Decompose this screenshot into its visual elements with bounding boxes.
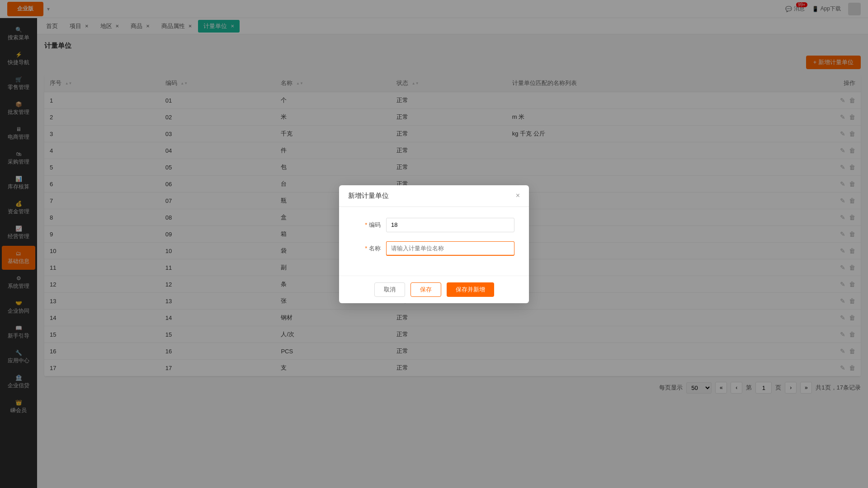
add-unit-modal: 新增计量单位 × 编码 名称 取消 保存 保存并新增 bbox=[339, 185, 529, 303]
code-row: 编码 bbox=[354, 218, 514, 232]
name-input[interactable] bbox=[386, 241, 514, 256]
name-label: 名称 bbox=[354, 244, 381, 253]
save-button[interactable]: 保存 bbox=[410, 282, 441, 297]
cancel-button[interactable]: 取消 bbox=[374, 282, 405, 297]
modal-header: 新增计量单位 × bbox=[339, 185, 529, 207]
code-input[interactable] bbox=[386, 218, 514, 232]
modal-overlay: 新增计量单位 × 编码 名称 取消 保存 保存并新增 bbox=[0, 0, 868, 488]
modal-body: 编码 名称 bbox=[339, 207, 529, 276]
modal-close-button[interactable]: × bbox=[516, 192, 520, 200]
modal-title: 新增计量单位 bbox=[348, 192, 389, 200]
modal-footer: 取消 保存 保存并新增 bbox=[339, 276, 529, 303]
save-new-button[interactable]: 保存并新增 bbox=[447, 282, 494, 297]
code-label: 编码 bbox=[354, 221, 381, 229]
name-row: 名称 bbox=[354, 241, 514, 256]
